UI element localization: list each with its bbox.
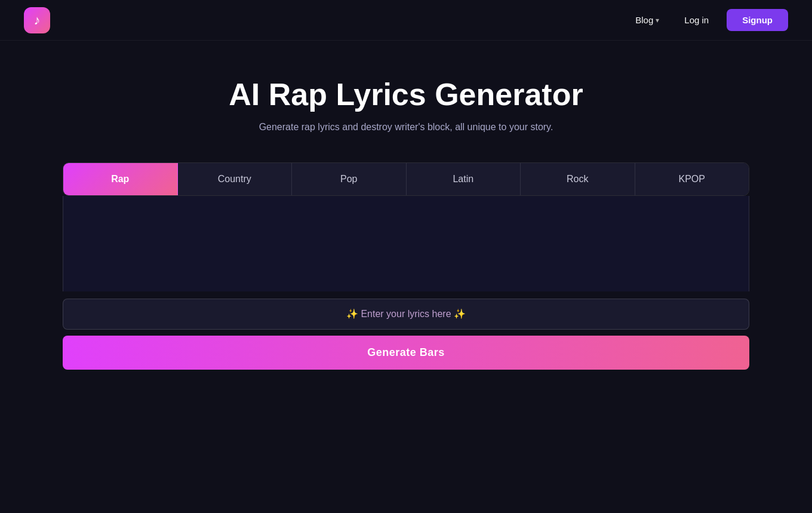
lyrics-input[interactable]	[63, 309, 749, 320]
chevron-down-icon: ▾	[656, 16, 659, 24]
generate-bars-button[interactable]: Generate Bars	[63, 336, 749, 370]
blog-button[interactable]: Blog ▾	[628, 10, 666, 30]
login-button[interactable]: Log in	[673, 10, 719, 30]
header: ♪ Blog ▾ Log in Signup	[0, 0, 812, 41]
genre-tabs: RapCountryPopLatinRockKPOP	[63, 162, 749, 196]
genre-tab-rock[interactable]: Rock	[521, 163, 635, 195]
logo-icon: ♪	[24, 7, 50, 33]
nav-right: Blog ▾ Log in Signup	[628, 9, 788, 31]
lyrics-input-container[interactable]	[63, 299, 749, 330]
blog-label: Blog	[635, 15, 653, 25]
genre-tab-latin[interactable]: Latin	[407, 163, 521, 195]
page-subtitle: Generate rap lyrics and destroy writer's…	[259, 122, 553, 133]
genre-tab-country[interactable]: Country	[178, 163, 293, 195]
content-area	[63, 196, 749, 291]
logo[interactable]: ♪	[24, 7, 50, 33]
main-content: AI Rap Lyrics Generator Generate rap lyr…	[0, 41, 812, 370]
genre-tab-pop[interactable]: Pop	[292, 163, 407, 195]
page-title: AI Rap Lyrics Generator	[229, 76, 583, 112]
genre-tab-kpop[interactable]: KPOP	[635, 163, 749, 195]
signup-button[interactable]: Signup	[727, 9, 788, 31]
genre-tab-rap[interactable]: Rap	[63, 163, 178, 195]
